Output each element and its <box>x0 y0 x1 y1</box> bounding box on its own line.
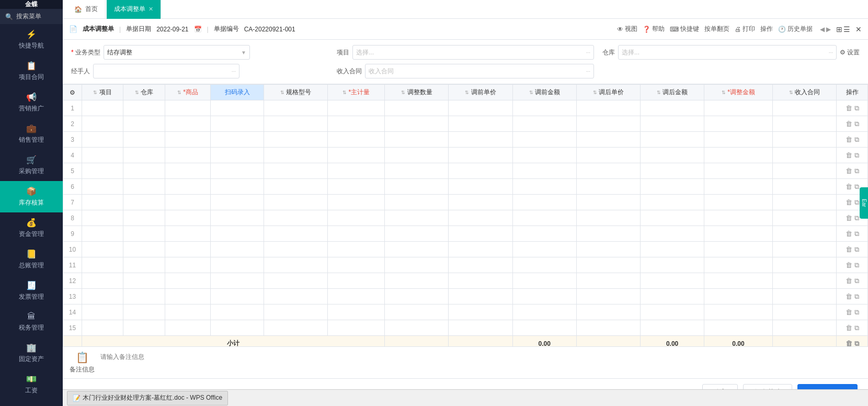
row-1-spec[interactable] <box>264 100 328 116</box>
row-13-scan[interactable] <box>211 289 264 304</box>
settings-btn[interactable]: ⚙ 设置 <box>840 48 860 57</box>
business-type-input[interactable]: 结存调整 ▼ <box>104 45 250 60</box>
row-2-prev-amount[interactable] <box>512 116 576 132</box>
row-9-warehouse[interactable] <box>123 226 165 242</box>
row-11-delete-btn[interactable]: 🗑 <box>846 261 852 269</box>
row-13-warehouse[interactable] <box>123 289 165 304</box>
row-1-product[interactable] <box>165 100 211 116</box>
row-10-delete-btn[interactable]: 🗑 <box>846 245 852 254</box>
row-9-income-contract[interactable] <box>772 226 836 242</box>
row-12-product[interactable] <box>165 273 211 289</box>
row-3-product[interactable] <box>165 132 211 148</box>
row-13-copy-btn[interactable]: ⧉ <box>854 292 859 301</box>
row-13-prev-amount[interactable] <box>512 289 576 304</box>
row-10-prev-price[interactable] <box>449 242 512 257</box>
project-input[interactable]: 选择... ··· <box>352 45 594 60</box>
row-14-warehouse[interactable] <box>123 304 165 320</box>
row-8-unit[interactable] <box>328 210 385 226</box>
row-11-adjust-qty[interactable] <box>385 257 449 273</box>
row-2-copy-btn[interactable]: ⧉ <box>854 120 859 128</box>
row-12-spec[interactable] <box>264 273 328 289</box>
row-11-income-contract[interactable] <box>772 257 836 273</box>
row-7-after-price[interactable] <box>576 195 640 210</box>
row-6-warehouse[interactable] <box>123 179 165 195</box>
row-14-after-price[interactable] <box>576 304 640 320</box>
row-4-prev-price[interactable] <box>449 148 512 163</box>
row-10-income-contract[interactable] <box>772 242 836 257</box>
row-4-unit[interactable] <box>328 148 385 163</box>
row-7-adjust-qty[interactable] <box>385 195 449 210</box>
row-1-income-contract[interactable] <box>772 100 836 116</box>
row-4-copy-btn[interactable]: ⧉ <box>854 151 859 160</box>
row-10-copy-btn[interactable]: ⧉ <box>854 245 859 254</box>
row-9-scan[interactable] <box>211 226 264 242</box>
row-14-project[interactable] <box>82 304 123 320</box>
row-8-spec[interactable] <box>264 210 328 226</box>
row-10-spec[interactable] <box>264 242 328 257</box>
handler-input[interactable]: ··· <box>93 64 239 78</box>
row-1-adjust-qty[interactable] <box>385 100 449 116</box>
row-14-copy-btn[interactable]: ⧉ <box>854 308 859 317</box>
row-11-after-amount[interactable] <box>640 257 704 273</box>
row-5-copy-btn[interactable]: ⧉ <box>854 167 859 175</box>
sidebar-item-project-contract[interactable]: 📋 项目合同 <box>0 55 63 87</box>
row-3-after-amount[interactable] <box>640 132 704 148</box>
row-13-project[interactable] <box>82 289 123 304</box>
row-14-unit[interactable] <box>328 304 385 320</box>
row-6-income-contract[interactable] <box>772 179 836 195</box>
row-4-warehouse[interactable] <box>123 148 165 163</box>
row-9-product[interactable] <box>165 226 211 242</box>
row-8-copy-btn[interactable]: ⧉ <box>854 214 859 222</box>
row-11-copy-btn[interactable]: ⧉ <box>854 261 859 269</box>
row-8-scan[interactable] <box>211 210 264 226</box>
row-7-after-amount[interactable] <box>640 195 704 210</box>
row-6-after-price[interactable] <box>576 179 640 195</box>
row-6-product[interactable] <box>165 179 211 195</box>
row-8-prev-price[interactable] <box>449 210 512 226</box>
row-14-adjust-amount[interactable] <box>704 304 773 320</box>
row-10-product[interactable] <box>165 242 211 257</box>
row-5-after-price[interactable] <box>576 163 640 179</box>
row-2-adjust-qty[interactable] <box>385 116 449 132</box>
row-3-income-contract[interactable] <box>772 132 836 148</box>
row-7-scan[interactable] <box>211 195 264 210</box>
row-7-spec[interactable] <box>264 195 328 210</box>
row-12-warehouse[interactable] <box>123 273 165 289</box>
row-8-income-contract[interactable] <box>772 210 836 226</box>
row-1-project[interactable] <box>82 100 123 116</box>
row-9-adjust-amount[interactable] <box>704 226 773 242</box>
row-11-prev-price[interactable] <box>449 257 512 273</box>
row-1-copy-btn[interactable]: ⧉ <box>854 104 859 112</box>
row-1-adjust-amount[interactable] <box>704 100 773 116</box>
row-2-income-contract[interactable] <box>772 116 836 132</box>
row-10-after-amount[interactable] <box>640 242 704 257</box>
row-14-adjust-qty[interactable] <box>385 304 449 320</box>
row-2-unit[interactable] <box>328 116 385 132</box>
row-15-income-contract[interactable] <box>772 320 836 336</box>
row-12-after-amount[interactable] <box>640 273 704 289</box>
tab-close-btn[interactable]: ✕ <box>149 6 153 13</box>
window-close-btn[interactable]: ✕ <box>855 25 862 33</box>
row-4-after-price[interactable] <box>576 148 640 163</box>
remarks-input[interactable] <box>100 351 862 363</box>
row-4-adjust-qty[interactable] <box>385 148 449 163</box>
row-13-adjust-qty[interactable] <box>385 289 449 304</box>
row-8-prev-amount[interactable] <box>512 210 576 226</box>
row-3-project[interactable] <box>82 132 123 148</box>
row-11-adjust-amount[interactable] <box>704 257 773 273</box>
row-7-product[interactable] <box>165 195 211 210</box>
row-5-prev-price[interactable] <box>449 163 512 179</box>
row-4-prev-amount[interactable] <box>512 148 576 163</box>
row-15-project[interactable] <box>82 320 123 336</box>
row-13-delete-btn[interactable]: 🗑 <box>846 292 852 301</box>
row-11-project[interactable] <box>82 257 123 273</box>
row-14-scan[interactable] <box>211 304 264 320</box>
row-2-project[interactable] <box>82 116 123 132</box>
row-9-adjust-qty[interactable] <box>385 226 449 242</box>
more-ops-btn[interactable]: 操作 <box>760 25 773 33</box>
row-15-copy-btn[interactable]: ⧉ <box>854 324 859 332</box>
row-6-adjust-qty[interactable] <box>385 179 449 195</box>
row-13-prev-price[interactable] <box>449 289 512 304</box>
row-12-project[interactable] <box>82 273 123 289</box>
row-13-after-price[interactable] <box>576 289 640 304</box>
